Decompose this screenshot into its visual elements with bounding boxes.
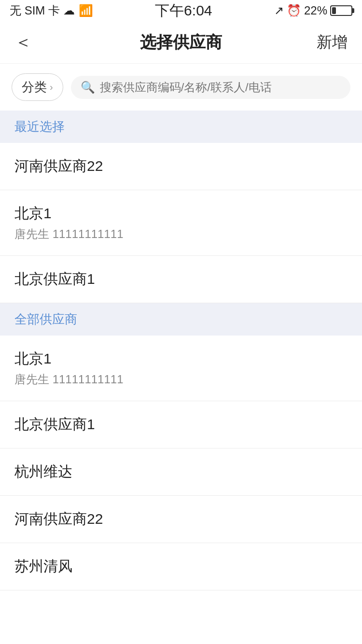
search-box[interactable]: 🔍: [71, 76, 350, 99]
item-name: 杭州维达: [14, 462, 348, 482]
alarm-icon: ⏰: [287, 4, 301, 17]
list-item[interactable]: 北京1唐先生 11111111111: [0, 190, 362, 256]
recent-section-header: 最近选择: [0, 111, 362, 143]
item-name: 苏州清风: [14, 557, 348, 576]
item-name: 河南供应商22: [14, 509, 348, 529]
status-right: ↗ ⏰ 22%: [274, 4, 352, 17]
search-icon: 🔍: [81, 81, 95, 94]
list-item[interactable]: 杭州维达: [0, 448, 362, 496]
item-sub: 唐先生 11111111111: [14, 372, 348, 387]
status-bar: 无 SIM 卡 ☁ 📶 下午6:04 ↗ ⏰ 22%: [0, 0, 362, 21]
chevron-right-icon: ›: [50, 82, 53, 93]
list-item[interactable]: 北京供应商1: [0, 256, 362, 303]
item-sub: 唐先生 11111111111: [14, 226, 348, 242]
filter-bar: 分类 › 🔍: [0, 64, 362, 111]
search-input[interactable]: [100, 81, 341, 94]
list-item[interactable]: 北京供应商1: [0, 401, 362, 448]
item-name: 北京供应商1: [14, 415, 348, 434]
all-section-header: 全部供应商: [0, 303, 362, 336]
all-list: 北京1唐先生 11111111111北京供应商1杭州维达河南供应商22苏州清风: [0, 336, 362, 590]
sim-status: 无 SIM 卡 ☁: [10, 3, 75, 18]
page-title: 选择供应商: [53, 31, 309, 54]
item-name: 河南供应商22: [14, 156, 348, 176]
list-item[interactable]: 北京1唐先生 11111111111: [0, 336, 362, 401]
location-icon: ↗: [274, 4, 284, 17]
wifi-icon: 📶: [79, 4, 93, 17]
item-name: 北京1: [14, 349, 348, 369]
status-time: 下午6:04: [155, 1, 212, 21]
back-button[interactable]: ＜: [14, 30, 53, 54]
recent-list: 河南供应商22北京1唐先生 11111111111北京供应商1: [0, 143, 362, 303]
category-label: 分类: [22, 79, 47, 96]
item-name: 北京1: [14, 204, 348, 224]
list-item[interactable]: 河南供应商22: [0, 496, 362, 543]
list-item[interactable]: 河南供应商22: [0, 143, 362, 190]
category-button[interactable]: 分类 ›: [12, 73, 63, 101]
add-button[interactable]: 新增: [309, 32, 348, 53]
battery-icon: [330, 5, 352, 16]
list-item[interactable]: 苏州清风: [0, 543, 362, 590]
nav-bar: ＜ 选择供应商 新增: [0, 21, 362, 64]
battery-text: 22%: [304, 4, 327, 17]
status-left: 无 SIM 卡 ☁ 📶: [10, 3, 93, 18]
item-name: 北京供应商1: [14, 269, 348, 289]
